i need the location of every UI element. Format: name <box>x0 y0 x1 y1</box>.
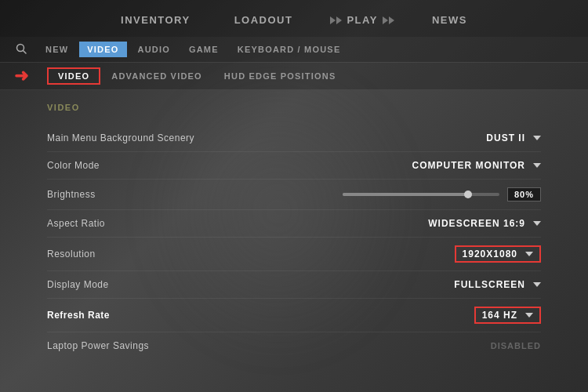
chevron-down-icon <box>533 221 541 226</box>
setting-label-aspect-ratio: Aspect Ratio <box>47 218 105 229</box>
search-icon[interactable] <box>16 43 27 56</box>
slider-fill <box>343 193 468 196</box>
tab-nav: ➜ VIDEO ADVANCED VIDEO HUD EDGE POSITION… <box>0 63 588 90</box>
chevron-down-icon <box>533 163 541 168</box>
subnav-game[interactable]: GAME <box>181 42 227 57</box>
setting-value-laptop-power: DISABLED <box>491 341 541 350</box>
brightness-slider[interactable] <box>343 193 499 196</box>
setting-value-color-mode[interactable]: COMPUTER MONITOR <box>412 160 541 171</box>
subnav-audio[interactable]: AUDIO <box>130 42 178 57</box>
setting-label-display-mode: Display Mode <box>47 279 109 290</box>
setting-row-main-menu-bg: Main Menu Background Scenery DUST II <box>47 125 541 152</box>
chevron-down-icon <box>525 313 533 318</box>
sub-nav: NEW VIDEO AUDIO GAME KEYBOARD / MOUSE <box>0 37 588 63</box>
section-title: Video <box>47 103 541 112</box>
nav-news[interactable]: NEWS <box>426 11 474 29</box>
setting-row-brightness: Brightness 80% <box>47 180 541 210</box>
setting-row-aspect-ratio: Aspect Ratio WIDESCREEN 16:9 <box>47 210 541 238</box>
setting-label-resolution: Resolution <box>47 249 96 260</box>
setting-value-resolution[interactable]: 1920X1080 <box>455 245 541 263</box>
top-nav: INVENTORY LOADOUT PLAY NEWS <box>0 0 588 37</box>
subnav-video[interactable]: VIDEO <box>79 42 126 57</box>
brightness-control: 80% <box>343 187 541 201</box>
settings-content: Video Main Menu Background Scenery DUST … <box>0 90 588 372</box>
setting-label-brightness: Brightness <box>47 189 96 200</box>
play-arrows-icon <box>330 16 342 24</box>
red-arrow-icon: ➜ <box>14 66 28 86</box>
svg-line-1 <box>24 50 27 53</box>
setting-label-main-menu-bg: Main Menu Background Scenery <box>47 132 194 143</box>
subnav-keyboard-mouse[interactable]: KEYBOARD / MOUSE <box>230 42 349 57</box>
tab-video[interactable]: VIDEO <box>47 67 100 85</box>
setting-value-aspect-ratio[interactable]: WIDESCREEN 16:9 <box>428 218 541 229</box>
setting-label-refresh-rate: Refresh Rate <box>47 310 110 321</box>
chevron-down-icon <box>525 252 533 256</box>
nav-play[interactable]: PLAY <box>330 14 394 26</box>
nav-play-label: PLAY <box>347 14 377 26</box>
nav-loadout[interactable]: LOADOUT <box>228 11 299 29</box>
chevron-down-icon <box>533 282 541 287</box>
setting-row-laptop-power: Laptop Power Savings DISABLED <box>47 332 541 359</box>
brightness-value: 80% <box>507 187 541 201</box>
setting-row-resolution: Resolution 1920X1080 <box>47 238 541 271</box>
chevron-down-icon <box>533 136 541 140</box>
subnav-new[interactable]: NEW <box>38 42 76 57</box>
nav-inventory[interactable]: INVENTORY <box>114 11 197 29</box>
setting-row-display-mode: Display Mode FULLSCREEN <box>47 271 541 299</box>
setting-value-refresh-rate[interactable]: 164 HZ <box>474 307 541 324</box>
play-arrows-icon-right <box>383 16 394 24</box>
setting-label-laptop-power: Laptop Power Savings <box>47 340 149 351</box>
tab-advanced-video[interactable]: ADVANCED VIDEO <box>100 67 213 85</box>
setting-row-color-mode: Color Mode COMPUTER MONITOR <box>47 152 541 180</box>
setting-value-main-menu-bg[interactable]: DUST II <box>486 132 541 143</box>
slider-thumb <box>464 191 472 198</box>
setting-row-refresh-rate: Refresh Rate 164 HZ <box>47 299 541 332</box>
tab-hud-edge[interactable]: HUD EDGE POSITIONS <box>213 67 347 85</box>
setting-label-color-mode: Color Mode <box>47 160 100 171</box>
setting-value-display-mode[interactable]: FULLSCREEN <box>454 279 541 290</box>
